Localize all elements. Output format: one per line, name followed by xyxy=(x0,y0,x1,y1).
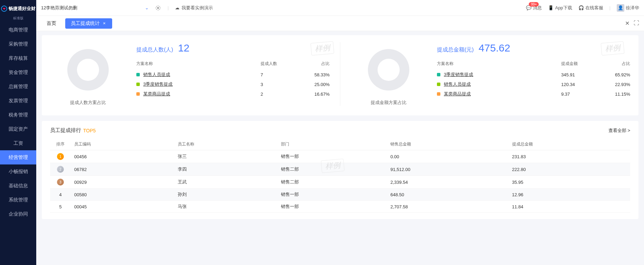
name-cell: 马张 xyxy=(174,201,278,213)
table-row: 300929王武销售二部2,339.5435.95 xyxy=(50,176,630,189)
col-scheme: 方案名称 xyxy=(136,61,261,67)
table-header: 销售总金额 xyxy=(387,139,508,150)
table-row: 400580孙刘销售一部648.5012.96 xyxy=(50,189,630,201)
topbar: 12李艳芬测试勿删 ⌄ | ☁ 我要看实例演示 99+ 💬 消息 📱 App下载 xyxy=(36,0,644,16)
bonus-cell: 12.96 xyxy=(509,189,630,201)
scheme-link[interactable]: 3季度销售提成 xyxy=(444,72,473,78)
rank-cell: 5 xyxy=(50,201,71,213)
stat-pct: 65.92% xyxy=(603,72,630,77)
phone-icon: 📱 xyxy=(548,5,554,10)
legend-dot xyxy=(437,83,440,86)
stat-pct: 22.93% xyxy=(603,82,630,87)
scheme-link[interactable]: 某类商品提成 xyxy=(143,91,170,97)
cloud-icon: ☁ xyxy=(175,5,179,10)
stat-count: 345.91 xyxy=(561,72,603,77)
nav-item[interactable]: 发票管理 xyxy=(0,94,36,108)
bonus-cell: 35.95 xyxy=(509,176,630,189)
nav-item[interactable]: 工资 xyxy=(0,136,36,150)
code-cell: 06782 xyxy=(71,163,174,176)
messages-button[interactable]: 99+ 💬 消息 xyxy=(526,5,542,11)
company-name: 12李艳芬测试勿删 xyxy=(41,5,77,11)
dept-cell: 销售一部 xyxy=(277,201,387,213)
messages-badge: 99+ xyxy=(529,2,539,7)
close-all-icon[interactable]: ✕ xyxy=(625,20,630,27)
fullscreen-icon[interactable]: ⛶ xyxy=(634,20,639,27)
name-cell: 王武 xyxy=(174,176,278,189)
nav-item[interactable]: 电商管理 xyxy=(0,23,36,37)
sales-cell: 91,512.00 xyxy=(387,163,508,176)
nav-item[interactable]: 固定资产 xyxy=(0,122,36,136)
amount-donut-label: 提成金额方案占比 xyxy=(371,100,407,106)
amount-donut-chart xyxy=(368,49,409,91)
stat-row: 3季度销售提成325.00% xyxy=(136,81,330,87)
scheme-link[interactable]: 销售人员提成 xyxy=(444,81,471,87)
code-cell: 00045 xyxy=(71,201,174,213)
nav-item[interactable]: 总账管理 xyxy=(0,79,36,94)
nav-item[interactable]: 资金管理 xyxy=(0,65,36,79)
gear-icon[interactable] xyxy=(155,5,161,11)
table-header: 排序 xyxy=(50,139,71,150)
demo-link[interactable]: ☁ 我要看实例演示 xyxy=(175,5,213,11)
watermark: 样例 xyxy=(311,41,334,56)
support-label: 在线客服 xyxy=(585,5,603,11)
nav-item[interactable]: 税务管理 xyxy=(0,108,36,122)
stat-row: 某类商品提成216.67% xyxy=(136,91,330,97)
stats-row: 提成人数方案占比 提成总人数(人) 12 方案名称 提成人数 占比 销售人员提成… xyxy=(42,35,638,115)
app-download-label: App下载 xyxy=(555,5,572,11)
content: 提成人数方案占比 提成总人数(人) 12 方案名称 提成人数 占比 销售人员提成… xyxy=(36,31,644,265)
tabbar: 首页 员工提成统计 ✕ ✕ ⛶ xyxy=(36,16,644,31)
scheme-link[interactable]: 3季度销售提成 xyxy=(143,81,173,87)
medal-icon: 2 xyxy=(57,166,64,173)
nav-item[interactable]: 经营管理 xyxy=(0,150,36,164)
close-icon[interactable]: ✕ xyxy=(102,21,107,26)
app-download-button[interactable]: 📱 App下载 xyxy=(548,5,572,11)
code-cell: 00929 xyxy=(71,176,174,189)
sales-cell: 2,339.54 xyxy=(387,176,508,189)
nav-item[interactable]: 采购管理 xyxy=(0,37,36,51)
col-amount: 提成金额 xyxy=(561,61,603,67)
stat-row: 销售人员提成758.33% xyxy=(136,72,330,78)
stat-pct: 16.67% xyxy=(302,92,330,97)
code-cell: 00580 xyxy=(71,189,174,201)
ranking-top5: TOP5 xyxy=(83,128,96,133)
people-title: 提成总人数(人) xyxy=(136,46,173,54)
nav-item[interactable]: 库存核算 xyxy=(0,51,36,65)
stat-count: 7 xyxy=(261,72,302,77)
logo-text: 畅捷通好业财 xyxy=(9,6,36,12)
svg-point-0 xyxy=(157,7,159,9)
legend-dot xyxy=(437,73,440,76)
people-donut-chart xyxy=(67,49,109,91)
col-pct: 占比 xyxy=(302,61,330,67)
table-header: 员工名称 xyxy=(174,139,278,150)
watermark: 样例 xyxy=(601,41,625,56)
nav-item[interactable]: 小畅报销 xyxy=(0,164,36,179)
stat-count: 9.37 xyxy=(561,92,603,97)
sales-cell: 648.50 xyxy=(387,189,508,201)
medal-icon: 1 xyxy=(57,153,64,160)
people-value: 12 xyxy=(178,42,189,54)
support-button[interactable]: 🎧 在线客服 xyxy=(578,5,603,11)
nav-item[interactable]: 系统管理 xyxy=(0,193,36,207)
user-menu[interactable]: 👤 徐泽华 xyxy=(617,4,639,12)
stat-pct: 58.33% xyxy=(302,72,330,77)
col-count: 提成人数 xyxy=(261,61,302,67)
legend-dot xyxy=(136,92,140,96)
rank-cell: 2 xyxy=(50,163,71,176)
tab-home[interactable]: 首页 xyxy=(41,18,62,29)
amount-panel: 提成金额方案占比 提成总金额(元) 475.62 方案名称 提成金额 占比 3季… xyxy=(351,42,630,106)
scheme-link[interactable]: 销售人员提成 xyxy=(143,72,170,78)
scheme-link[interactable]: 某类商品提成 xyxy=(444,91,471,97)
company-select[interactable]: 12李艳芬测试勿删 ⌄ xyxy=(41,5,149,11)
dept-cell: 销售二部 xyxy=(277,176,387,189)
edition-label: 标准版 xyxy=(0,16,36,21)
logo-icon: ❤ xyxy=(1,6,7,12)
headset-icon: 🎧 xyxy=(578,5,584,10)
nav-item[interactable]: 基础信息 xyxy=(0,179,36,193)
stat-pct: 25.00% xyxy=(302,82,330,87)
bonus-cell: 222.80 xyxy=(509,163,630,176)
tab-commission-stats[interactable]: 员工提成统计 ✕ xyxy=(65,18,112,29)
nav-item[interactable]: 企业协同 xyxy=(0,207,36,221)
legend-dot xyxy=(136,83,140,86)
ranking-panel: 员工提成排行 TOP5 查看全部 > 排序员工编码员工名称部门销售总金额提成总金… xyxy=(42,121,638,219)
view-all-link[interactable]: 查看全部 > xyxy=(608,127,630,134)
